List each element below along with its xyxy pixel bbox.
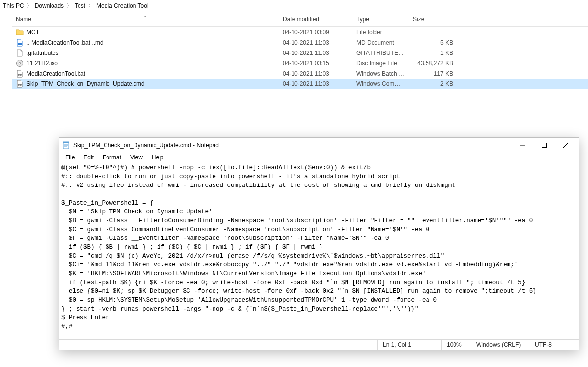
file-date: 04-10-2021 11:03: [279, 39, 352, 46]
maximize-button[interactable]: [534, 138, 555, 153]
file-name: MCT: [27, 29, 39, 36]
menu-edit[interactable]: Edit: [80, 154, 98, 161]
file-size: 2 KB: [409, 80, 457, 87]
file-type: Windows Batch File: [352, 70, 409, 77]
breadcrumb-item[interactable]: This PC: [3, 2, 24, 9]
status-bar: Ln 1, Col 1 100% Windows (CRLF) UTF-8: [59, 339, 579, 350]
iso-icon: [16, 59, 24, 67]
file-type: File folder: [352, 29, 409, 36]
file-size: 43,58,272 KB: [409, 60, 457, 67]
status-line-ending: Windows (CRLF): [471, 340, 530, 350]
chevron-right-icon: 〉: [27, 2, 32, 9]
file-size: 117 KB: [409, 70, 457, 77]
file-row[interactable]: 11 21H2.iso04-10-2021 03:15Disc Image Fi…: [12, 58, 588, 68]
folder-icon: [16, 28, 24, 36]
column-label: Name: [16, 16, 31, 23]
file-row[interactable]: .. MediaCreationTool.bat ..md04-10-2021 …: [12, 37, 588, 48]
file-row[interactable]: MediaCreationTool.bat04-10-2021 11:03Win…: [12, 68, 588, 79]
md-icon: [16, 39, 24, 47]
svg-rect-1: [63, 142, 69, 143]
file-name: Skip_TPM_Check_on_Dynamic_Update.cmd: [27, 80, 145, 87]
file-row[interactable]: .gitattributes04-10-2021 11:03GITATTRIBU…: [12, 48, 588, 58]
close-button[interactable]: [555, 138, 577, 153]
generic-icon: [16, 49, 24, 57]
file-date: 04-10-2021 03:15: [279, 60, 352, 67]
file-type: Disc Image File: [352, 60, 409, 67]
breadcrumb-item[interactable]: Media Creation Tool: [96, 2, 149, 9]
file-name: MediaCreationTool.bat: [27, 70, 85, 77]
minimize-button[interactable]: [512, 138, 534, 153]
file-type: GITATTRIBUTES File: [352, 50, 409, 56]
file-size: 5 KB: [409, 39, 457, 46]
menu-help[interactable]: Help: [148, 154, 168, 161]
titlebar[interactable]: Skip_TPM_Check_on_Dynamic_Update.cmd - N…: [59, 138, 579, 153]
file-date: 04-10-2021 11:03: [279, 70, 352, 77]
menu-format[interactable]: Format: [99, 154, 125, 161]
file-row[interactable]: MCT04-10-2021 03:09File folder: [12, 27, 588, 37]
file-date: 04-10-2021 11:03: [279, 80, 352, 87]
sort-ascending-icon: ⌃: [143, 15, 147, 20]
file-row[interactable]: Skip_TPM_Check_on_Dynamic_Update.cmd04-1…: [12, 79, 588, 89]
file-name: .. MediaCreationTool.bat ..md: [27, 39, 104, 46]
file-type: MD Document: [352, 39, 409, 46]
column-headers: Name ⌃ Date modified Type Size: [12, 11, 588, 27]
status-encoding: UTF-8: [530, 340, 579, 350]
file-type: Windows Comma...: [352, 80, 409, 87]
chevron-right-icon: 〉: [88, 2, 93, 9]
editor-content[interactable]: @(set "0=%~f0"^)#) & powershell -nop -c …: [59, 162, 579, 339]
file-name: .gitattributes: [27, 50, 58, 56]
breadcrumb[interactable]: This PC 〉 Downloads 〉 Test 〉 Media Creat…: [0, 0, 588, 11]
column-header-type[interactable]: Type: [352, 16, 409, 23]
notepad-icon: [62, 141, 70, 149]
file-date: 04-10-2021 11:03: [279, 50, 352, 56]
notepad-window: Skip_TPM_Check_on_Dynamic_Update.cmd - N…: [59, 137, 579, 350]
bat-icon: [16, 80, 24, 88]
file-name: 11 21H2.iso: [27, 60, 58, 67]
menu-file[interactable]: File: [61, 154, 79, 161]
status-cursor-pos: Ln 1, Col 1: [377, 340, 441, 350]
window-title: Skip_TPM_Check_on_Dynamic_Update.cmd - N…: [73, 142, 512, 149]
column-header-name[interactable]: Name ⌃: [12, 16, 279, 23]
file-list-pane: Name ⌃ Date modified Type Size MCT04-10-…: [0, 11, 588, 91]
column-header-size[interactable]: Size: [409, 16, 457, 23]
status-zoom: 100%: [441, 340, 471, 350]
breadcrumb-item[interactable]: Downloads: [35, 2, 64, 9]
breadcrumb-item[interactable]: Test: [75, 2, 85, 9]
column-header-date[interactable]: Date modified: [279, 16, 352, 23]
menu-bar: File Edit Format View Help: [59, 153, 579, 162]
file-size: 1 KB: [409, 50, 457, 56]
bat-icon: [16, 70, 24, 78]
chevron-right-icon: 〉: [67, 2, 72, 9]
file-explorer: This PC 〉 Downloads 〉 Test 〉 Media Creat…: [0, 0, 588, 91]
svg-rect-6: [542, 143, 547, 148]
menu-view[interactable]: View: [126, 154, 147, 161]
file-date: 04-10-2021 03:09: [279, 29, 352, 36]
